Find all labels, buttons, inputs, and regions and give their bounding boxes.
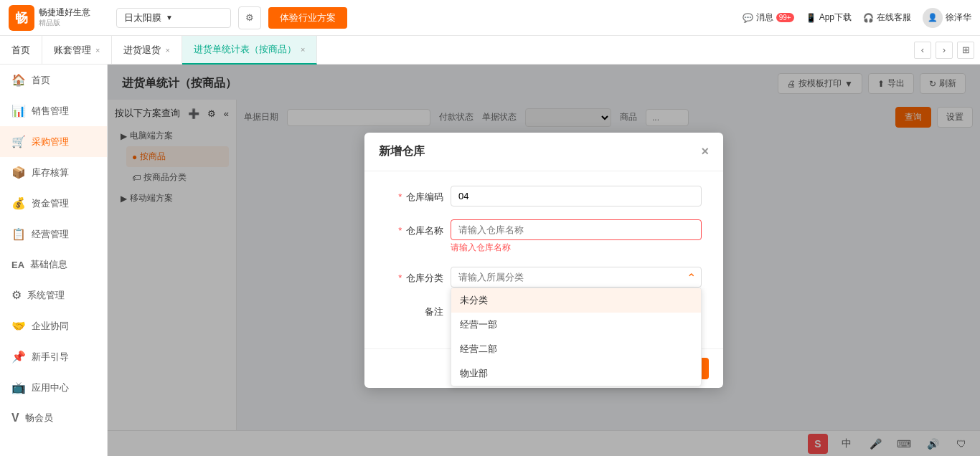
message-icon: 💬 — [743, 13, 753, 23]
sidebar-item-apps[interactable]: 📺 应用中心 — [0, 372, 107, 403]
tab-home[interactable]: 首页 — [0, 36, 42, 65]
dropdown-item-uncategorized[interactable]: 未分类 — [451, 288, 701, 313]
logo-area: 畅 畅捷通好生意 精品版 — [9, 5, 109, 31]
tab-nav-left[interactable]: ‹ — [914, 42, 931, 59]
required-star: * — [398, 191, 402, 202]
code-control — [451, 186, 702, 206]
tab-home-label: 首页 — [11, 44, 30, 57]
logo-app-name: 畅捷通好生意 — [39, 7, 90, 19]
online-service-label: 在线客服 — [877, 11, 911, 24]
sidebar-item-apps-label: 应用中心 — [32, 381, 69, 394]
sidebar-item-basic[interactable]: EA 基础信息 — [0, 250, 107, 280]
sidebar-item-purchase-label: 采购管理 — [32, 136, 69, 148]
content-area: 进货单统计（按商品） 🖨 按模板打印 ▼ ⬆ 导出 ↻ 刷新 — [108, 65, 980, 456]
avatar: 👤 — [923, 8, 943, 28]
name-error-msg: 请输入仓库名称 — [451, 242, 702, 254]
header-right: 💬 消息 99+ 📱 App下载 🎧 在线客服 👤 徐泽华 — [743, 8, 971, 28]
system-icon: ⚙ — [11, 288, 22, 302]
dropdown-item-dept2[interactable]: 经营二部 — [451, 337, 701, 361]
sidebar-item-vip[interactable]: V 畅会员 — [0, 403, 107, 433]
category-label-text: 仓库分类 — [406, 272, 443, 283]
sidebar-item-sales[interactable]: 📊 销售管理 — [0, 95, 107, 126]
tab-purchase-return-label: 进货退货 — [123, 44, 161, 57]
form-row-code: * 仓库编码 — [386, 186, 702, 206]
tab-account[interactable]: 账套管理 × — [42, 36, 112, 65]
sidebar-item-guide[interactable]: 📌 新手引导 — [0, 341, 107, 372]
tab-purchase-stat-label: 进货单统计表（按商品） — [194, 43, 296, 56]
category-input[interactable] — [451, 267, 702, 288]
sidebar: 🏠 首页 📊 销售管理 🛒 采购管理 📦 库存核算 💰 资金管理 📋 经营管理 … — [0, 65, 108, 456]
required-star2: * — [398, 225, 402, 236]
modal-title: 新增仓库 — [379, 144, 425, 159]
sidebar-item-cooperation-label: 企业协同 — [32, 320, 69, 333]
modal-close-button[interactable]: × — [701, 144, 709, 159]
user-name: 徐泽华 — [946, 11, 971, 24]
category-dropdown: 未分类 经营一部 经营二部 物业部 — [451, 288, 702, 386]
sidebar-item-sales-label: 销售管理 — [32, 105, 69, 118]
sidebar-item-operation-label: 经营管理 — [32, 228, 69, 241]
form-row-name: * 仓库名称 请输入仓库名称 — [386, 219, 702, 254]
phone-icon: 📱 — [806, 13, 816, 23]
tab-purchase-stat-close[interactable]: × — [301, 45, 305, 54]
modal-overlay: 新增仓库 × * 仓库编码 — [108, 65, 980, 456]
tab-bar-actions: ‹ › ⊞ — [914, 42, 980, 59]
name-label-text: 仓库名称 — [406, 225, 443, 236]
sidebar-item-inventory[interactable]: 📦 库存核算 — [0, 157, 107, 188]
trial-button[interactable]: 体验行业方案 — [268, 7, 347, 29]
code-input[interactable] — [451, 186, 702, 206]
chevron-down-icon: ▼ — [166, 14, 173, 22]
sidebar-item-basic-label: 基础信息 — [30, 258, 67, 271]
store-selector[interactable]: 日太阳膜 ▼ — [116, 8, 231, 28]
sidebar-item-vip-label: 畅会员 — [25, 412, 53, 424]
sidebar-item-home-label: 首页 — [32, 74, 50, 87]
sidebar-item-cooperation[interactable]: 🤝 企业协同 — [0, 310, 107, 341]
name-label: * 仓库名称 — [386, 219, 443, 237]
category-control: ⌃ 未分类 经营一部 经营二部 物业部 — [451, 267, 702, 288]
required-star3: * — [398, 272, 402, 283]
gear-icon: ⚙ — [245, 12, 254, 23]
settings-button[interactable]: ⚙ — [238, 6, 261, 29]
user-menu[interactable]: 👤 徐泽华 — [923, 8, 971, 28]
store-name: 日太阳膜 — [124, 11, 161, 24]
cooperation-icon: 🤝 — [11, 319, 26, 333]
logo-text-block: 畅捷通好生意 精品版 — [39, 7, 90, 29]
vip-icon: V — [11, 412, 19, 424]
modal-header: 新增仓库 × — [364, 133, 723, 171]
sidebar-item-finance-label: 资金管理 — [32, 197, 69, 210]
tab-account-close[interactable]: × — [95, 46, 100, 54]
dropdown-item-property[interactable]: 物业部 — [451, 361, 701, 386]
sidebar-item-home[interactable]: 🏠 首页 — [0, 65, 107, 95]
modal-body: * 仓库编码 * 仓库名称 — [364, 171, 723, 348]
app-download-button[interactable]: 📱 App下载 — [806, 11, 852, 24]
tab-nav-right[interactable]: › — [936, 42, 953, 59]
tab-account-label: 账套管理 — [54, 44, 91, 57]
tab-nav-more[interactable]: ⊞ — [957, 42, 974, 59]
name-input[interactable] — [451, 219, 702, 240]
message-button[interactable]: 💬 消息 99+ — [743, 11, 794, 24]
sidebar-item-operation[interactable]: 📋 经营管理 — [0, 219, 107, 250]
top-header: 畅 畅捷通好生意 精品版 日太阳膜 ▼ ⚙ 体验行业方案 💬 消息 99+ 📱 … — [0, 0, 980, 36]
code-label-text: 仓库编码 — [406, 191, 443, 202]
dropdown-item-dept1[interactable]: 经营一部 — [451, 313, 701, 337]
message-label: 消息 — [756, 11, 773, 24]
chevron-up-icon[interactable]: ⌃ — [687, 270, 696, 284]
remark-label: 备注 — [386, 300, 443, 318]
tab-bar: 首页 账套管理 × 进货退货 × 进货单统计表（按商品） × ‹ › ⊞ — [0, 36, 980, 65]
tab-purchase-return-close[interactable]: × — [165, 46, 169, 54]
tab-purchase-stat[interactable]: 进货单统计表（按商品） × — [182, 36, 317, 65]
logo-edition: 精品版 — [39, 18, 90, 28]
finance-icon: 💰 — [11, 196, 26, 210]
sidebar-item-inventory-label: 库存核算 — [32, 166, 69, 179]
main-layout: 🏠 首页 📊 销售管理 🛒 采购管理 📦 库存核算 💰 资金管理 📋 经营管理 … — [0, 65, 980, 456]
modal-add-warehouse: 新增仓库 × * 仓库编码 — [364, 133, 723, 388]
online-service-button[interactable]: 🎧 在线客服 — [863, 11, 911, 24]
category-label: * 仓库分类 — [386, 267, 443, 285]
logo-icon: 畅 — [9, 5, 34, 31]
operation-icon: 📋 — [11, 227, 26, 241]
sidebar-item-finance[interactable]: 💰 资金管理 — [0, 188, 107, 219]
guide-icon: 📌 — [11, 350, 26, 364]
tab-purchase-return[interactable]: 进货退货 × — [112, 36, 182, 65]
sidebar-item-purchase[interactable]: 🛒 采购管理 — [0, 126, 107, 157]
sidebar-item-system[interactable]: ⚙ 系统管理 — [0, 280, 107, 310]
message-badge: 99+ — [776, 13, 794, 22]
